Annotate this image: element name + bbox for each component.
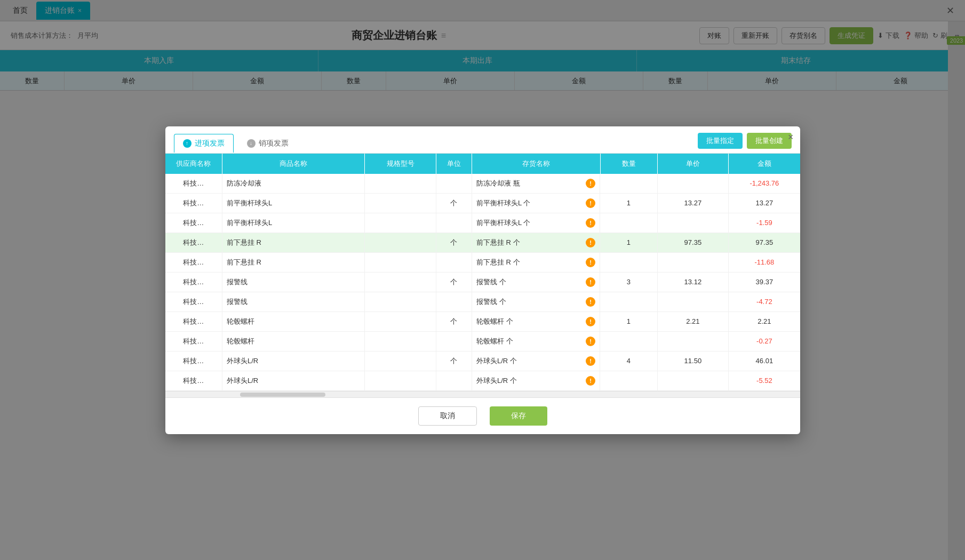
table-row: 科技… 外球头L/R 个 外球头L/R 个 ! 4 11.50 46.01: [165, 351, 800, 371]
table-row: 科技… 前平衡杆球头L 个 前平衡杆球头L 个 ! 1 13.27 13.27: [165, 193, 800, 213]
cell-amount-6: -4.72: [729, 292, 800, 311]
scrollbar-thumb[interactable]: [240, 393, 325, 397]
cell-price-8: [657, 331, 729, 351]
cell-qty-7: 1: [600, 311, 657, 331]
cell-stock-1: 前平衡杆球头L 个 !: [472, 194, 600, 213]
modal-footer: 取消 保存: [165, 397, 800, 434]
table-row: 科技… 防冻冷却液 防冻冷却液 瓶 ! -1,243.76: [165, 174, 800, 194]
cell-supplier-8: 科技…: [165, 331, 222, 351]
table-scrollbar[interactable]: [165, 391, 800, 397]
cell-qty-6: [600, 292, 657, 311]
stock-name-10: 外球头L/R 个: [476, 376, 517, 386]
cell-unit-6: [436, 292, 472, 311]
warning-icon-0: !: [586, 179, 595, 188]
cell-product-10: 外球头L/R: [222, 371, 364, 390]
cancel-button[interactable]: 取消: [418, 406, 477, 426]
cell-qty-1: 1: [600, 193, 657, 213]
outbound-tab-icon: ↓: [247, 139, 256, 148]
th-supplier: 供应商名称: [165, 154, 222, 174]
cell-amount-10: -5.52: [729, 371, 800, 390]
stock-name-1: 前平衡杆球头L 个: [476, 198, 530, 208]
outbound-tab-label: 销项发票: [259, 139, 289, 148]
cell-stock-9: 外球头L/R 个 !: [472, 351, 600, 371]
cell-stock-5: 报警线 个 !: [472, 273, 600, 292]
cell-qty-2: [600, 213, 657, 233]
cell-unit-1: 个: [436, 193, 472, 213]
cell-qty-10: [600, 371, 657, 390]
modal-dialog: ↑ 进项发票 ↓ 销项发票 批量指定 批量创建 × 供应: [165, 126, 800, 434]
cell-product-2: 前平衡杆球头L: [222, 213, 364, 233]
cell-unit-8: [436, 331, 472, 351]
cell-spec-10: [365, 371, 436, 390]
cell-stock-3: 前下悬挂 R 个 !: [472, 233, 600, 252]
th-product: 商品名称: [222, 154, 364, 174]
modal-header: ↑ 进项发票 ↓ 销项发票 批量指定 批量创建 ×: [165, 126, 800, 154]
th-stock: 存货名称: [472, 154, 600, 174]
warning-icon-5: !: [586, 277, 595, 287]
table-row: 科技… 轮毂螺杆 轮毂螺杆 个 ! -0.27: [165, 331, 800, 351]
cell-stock-7: 轮毂螺杆 个 !: [472, 312, 600, 331]
th-amount: 金额: [729, 154, 800, 174]
th-qty: 数量: [600, 154, 657, 174]
cell-supplier-6: 科技…: [165, 292, 222, 311]
cell-amount-8: -0.27: [729, 331, 800, 351]
cell-product-7: 轮毂螺杆: [222, 311, 364, 331]
cell-spec-8: [365, 331, 436, 351]
cell-amount-4: -11.68: [729, 252, 800, 272]
modal-tab-outbound[interactable]: ↓ 销项发票: [238, 134, 298, 153]
warning-icon-9: !: [586, 356, 595, 366]
cell-amount-2: -1.59: [729, 213, 800, 233]
cell-unit-7: 个: [436, 311, 472, 331]
table-row: 科技… 前下悬挂 R 个 前下悬挂 R 个 ! 1 97.35 97.35: [165, 233, 800, 252]
cell-price-2: [657, 213, 729, 233]
cell-stock-10: 外球头L/R 个 !: [472, 371, 600, 390]
cell-stock-6: 报警线 个 !: [472, 292, 600, 311]
cell-price-1: 13.27: [657, 193, 729, 213]
cell-supplier-5: 科技…: [165, 272, 222, 292]
cell-supplier-9: 科技…: [165, 351, 222, 371]
stock-name-3: 前下悬挂 R 个: [476, 238, 520, 247]
inbound-tab-label: 进项发票: [195, 139, 225, 148]
cell-price-4: [657, 252, 729, 272]
cell-price-6: [657, 292, 729, 311]
cell-qty-3: 1: [600, 233, 657, 252]
cell-spec-7: [365, 311, 436, 331]
cell-price-7: 2.21: [657, 311, 729, 331]
cell-amount-5: 39.37: [729, 272, 800, 292]
modal-tab-inbound[interactable]: ↑ 进项发票: [174, 134, 234, 153]
batch-create-button[interactable]: 批量创建: [747, 133, 792, 149]
cell-spec-5: [365, 272, 436, 292]
table-row: 科技… 外球头L/R 外球头L/R 个 ! -5.52: [165, 371, 800, 390]
cell-product-1: 前平衡杆球头L: [222, 193, 364, 213]
cell-price-3: 97.35: [657, 233, 729, 252]
cell-product-5: 报警线: [222, 272, 364, 292]
stock-name-8: 轮毂螺杆 个: [476, 337, 513, 346]
cell-qty-4: [600, 252, 657, 272]
cell-spec-2: [365, 213, 436, 233]
stock-name-9: 外球头L/R 个: [476, 356, 517, 366]
batch-assign-button[interactable]: 批量指定: [698, 133, 743, 149]
table-row: 科技… 前平衡杆球头L 前平衡杆球头L 个 ! -1.59: [165, 213, 800, 233]
cell-spec-4: [365, 252, 436, 272]
cell-product-0: 防冻冷却液: [222, 174, 364, 194]
modal-header-actions: 批量指定 批量创建: [698, 133, 792, 153]
table-body: 科技… 防冻冷却液 防冻冷却液 瓶 ! -1,243.76 科技… 前平衡杆球头…: [165, 174, 800, 391]
warning-icon-1: !: [586, 198, 595, 208]
cell-supplier-10: 科技…: [165, 371, 222, 390]
save-button[interactable]: 保存: [490, 406, 547, 426]
modal-table-wrapper[interactable]: 供应商名称 商品名称 规格型号 单位 存货名称 数量 单价 金额 科技… 防冻冷…: [165, 154, 800, 391]
modal-close-button[interactable]: ×: [788, 132, 794, 143]
stock-name-0: 防冻冷却液 瓶: [476, 179, 520, 188]
cell-price-10: [657, 371, 729, 390]
th-price: 单价: [657, 154, 729, 174]
cell-amount-1: 13.27: [729, 193, 800, 213]
cell-unit-10: [436, 371, 472, 390]
warning-icon-8: !: [586, 337, 595, 346]
app-container: 首页 进销台账 × ✕ 销售成本计算方法： 月平均 商贸企业进销台账 ≡ 对账 …: [0, 0, 965, 560]
modal-overlay: ↑ 进项发票 ↓ 销项发票 批量指定 批量创建 × 供应: [0, 0, 965, 560]
cell-product-6: 报警线: [222, 292, 364, 311]
stock-name-4: 前下悬挂 R 个: [476, 258, 520, 267]
warning-icon-3: !: [586, 238, 595, 247]
cell-supplier-7: 科技…: [165, 311, 222, 331]
stock-name-5: 报警线 个: [476, 277, 506, 287]
